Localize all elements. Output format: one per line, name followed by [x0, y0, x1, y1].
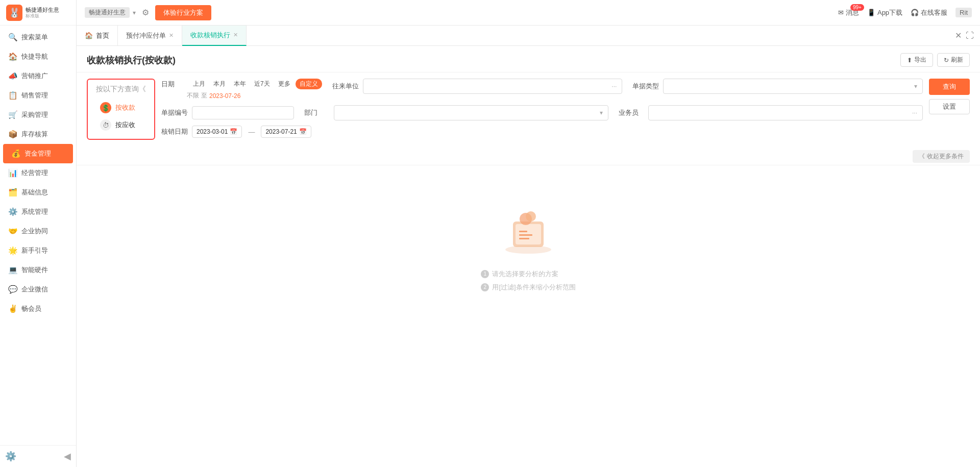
message-btn[interactable]: ✉ 消息 99+ — [838, 8, 859, 17]
settings-icon[interactable]: ⚙️ — [5, 451, 16, 462]
sidebar-item-hardware[interactable]: 💻智能硬件 — [0, 260, 76, 280]
filter-panel: 按以下方查询 《 💲 按收款 ⏱ 按应收 — [77, 72, 980, 146]
date-dash: — — [246, 128, 257, 136]
date-filter-row: 日期 上月 本月 本年 近7天 更多 自定义 — [161, 79, 322, 89]
setting-btn[interactable]: 设置 — [929, 99, 970, 114]
logo-text: 畅捷通好生意 标准版 — [26, 6, 59, 19]
page-container: 收款核销执行(按收款) ⬆ 导出 ↻ 刷新 按以下方 — [77, 46, 980, 467]
vip-icon: ✌️ — [8, 304, 17, 313]
brand-label: 畅捷通好生意 — [85, 7, 130, 18]
marketing-icon: 📣 — [8, 71, 17, 81]
sidebar-item-purchase[interactable]: 🛒采购管理 — [0, 105, 76, 125]
doc-type-select[interactable]: ▾ — [663, 79, 923, 94]
refresh-btn[interactable]: ↻ 刷新 — [937, 53, 970, 67]
doc-type-row: 单据类型 ▾ — [632, 79, 923, 94]
calendar-end-icon: 📅 — [299, 128, 307, 135]
chevron-down-icon[interactable]: ▾ — [133, 9, 136, 16]
date-this-month[interactable]: 本月 — [210, 79, 229, 89]
app-download-btn[interactable]: 📱 App下载 — [867, 8, 902, 17]
close-tab-icon[interactable]: ✕ — [955, 31, 962, 40]
sidebar: 🐰 畅捷通好生意 标准版 🔍搜索菜单🏠快捷导航📣营销推广📋销售管理🛒采购管理📦库… — [0, 0, 77, 467]
hardware-icon: 💻 — [8, 265, 17, 275]
counterparty-ellipsis[interactable]: ··· — [611, 83, 617, 90]
date-custom[interactable]: 自定义 — [296, 79, 322, 89]
query-by-receivable[interactable]: ⏱ 按应收 — [96, 116, 146, 134]
headset-icon: 🎧 — [911, 9, 919, 16]
close-prepay-icon[interactable]: ✕ — [169, 32, 174, 39]
collapse-btn[interactable]: 《 收起更多条件 — [913, 150, 970, 163]
tab-bar: 🏠 首页 预付冲应付单 ✕ 收款核销执行 ✕ ✕ ⛶ — [77, 26, 980, 46]
tab-home[interactable]: 🏠 首页 — [77, 26, 118, 46]
sidebar-item-info[interactable]: 🗂️基础信息 — [0, 183, 76, 202]
empty-tips: 1 请先选择要分析的方案 2 用[过滤]条件来缩小分析范围 — [481, 267, 575, 294]
query-btn[interactable]: 查询 — [929, 79, 970, 95]
staff-row: 业务员 ··· — [619, 105, 923, 120]
sidebar-item-corp[interactable]: 🤝企业协同 — [0, 222, 76, 241]
tab-receipts[interactable]: 收款核销执行 ✕ — [182, 26, 247, 46]
date-more[interactable]: 更多 — [275, 79, 293, 89]
sidebar-item-finance[interactable]: 💰资金管理 — [3, 144, 73, 163]
date-7days[interactable]: 近7天 — [251, 79, 273, 89]
sidebar-item-quick[interactable]: 🏠快捷导航 — [0, 47, 76, 66]
sidebar-item-search[interactable]: 🔍搜索菜单 — [0, 28, 76, 47]
app-icon: 📱 — [867, 9, 875, 16]
empty-illustration — [498, 206, 559, 257]
sidebar-item-wechat[interactable]: 💬企业微信 — [0, 280, 76, 299]
counterparty-row: 往来单位 ··· — [332, 79, 623, 94]
date-last-month[interactable]: 上月 — [190, 79, 208, 89]
online-service-btn[interactable]: 🎧 在线客服 — [911, 8, 947, 17]
sidebar-item-inventory[interactable]: 📦库存核算 — [0, 125, 76, 144]
query-type-box: 按以下方查询 《 💲 按收款 ⏱ 按应收 — [87, 79, 155, 140]
dept-row: 部门 ▾ — [304, 105, 608, 120]
date-options: 上月 本月 本年 近7天 更多 自定义 — [190, 79, 322, 89]
receivable-icon: ⏱ — [100, 119, 111, 131]
sidebar-item-marketing[interactable]: 📣营销推广 — [0, 66, 76, 86]
doc-no-row: 单据编号 — [161, 106, 294, 119]
sidebar-item-system[interactable]: ⚙️系统管理 — [0, 202, 76, 222]
refresh-icon: ↻ — [944, 57, 949, 64]
purchase-icon: 🛒 — [8, 110, 17, 119]
export-btn[interactable]: ⬆ 导出 — [900, 53, 933, 67]
dept-chevron-icon: ▾ — [600, 109, 603, 116]
svg-point-4 — [526, 211, 536, 222]
sidebar-item-manage[interactable]: 📊经营管理 — [0, 163, 76, 183]
sidebar-item-vip[interactable]: ✌️畅会员 — [0, 299, 76, 318]
staff-select[interactable]: ··· — [648, 105, 923, 120]
search-icon: 🔍 — [8, 33, 17, 42]
page-title: 收款核销执行(按收款) — [87, 54, 176, 66]
query-by-receipt[interactable]: 💲 按收款 — [96, 99, 146, 116]
sidebar-item-guide[interactable]: 🌟新手引导 — [0, 241, 76, 260]
topbar-left: 畅捷通好生意 ▾ ⚙ 体验行业方案 — [85, 5, 211, 20]
nuclear-start-date[interactable]: 2023-03-01 📅 — [192, 126, 242, 138]
staff-ellipsis[interactable]: ··· — [912, 109, 917, 116]
home-icon: 🏠 — [85, 32, 93, 39]
collapse-sidebar-icon[interactable]: ◀ — [64, 451, 71, 462]
logo-icon: 🐰 — [6, 5, 22, 21]
page-header: 收款核销执行(按收款) ⬆ 导出 ↻ 刷新 — [77, 46, 980, 72]
query-type-title: 按以下方查询 《 — [96, 85, 146, 94]
tab-prepay[interactable]: 预付冲应付单 ✕ — [118, 26, 182, 46]
tip-item-1: 1 请先选择要分析的方案 — [481, 267, 575, 281]
gear-icon[interactable]: ⚙ — [142, 8, 149, 17]
doc-no-input[interactable] — [192, 106, 294, 119]
dept-select[interactable]: ▾ — [334, 105, 608, 120]
industry-btn[interactable]: 体验行业方案 — [155, 5, 211, 20]
tab-actions: ✕ ⛶ — [949, 31, 980, 40]
sidebar-item-sales[interactable]: 📋销售管理 — [0, 86, 76, 105]
maximize-tab-icon[interactable]: ⛶ — [966, 31, 974, 40]
close-receipts-icon[interactable]: ✕ — [233, 32, 238, 38]
date-this-year[interactable]: 本年 — [231, 79, 249, 89]
sidebar-nav: 🔍搜索菜单🏠快捷导航📣营销推广📋销售管理🛒采购管理📦库存核算💰资金管理📊经营管理… — [0, 26, 76, 445]
quick-icon: 🏠 — [8, 52, 17, 61]
export-icon: ⬆ — [907, 57, 912, 64]
user-badge[interactable]: Rit — [955, 8, 972, 17]
sales-icon: 📋 — [8, 91, 17, 100]
main-area: 畅捷通好生意 ▾ ⚙ 体验行业方案 ✉ 消息 99+ 📱 App下载 🎧 在线客… — [77, 0, 980, 467]
collapse-query-icon[interactable]: 《 — [139, 85, 146, 94]
sidebar-footer: ⚙️ ◀ — [0, 445, 76, 467]
counterparty-select[interactable]: ··· — [363, 79, 623, 94]
collapse-icon: 《 — [919, 152, 925, 161]
topbar-right: ✉ 消息 99+ 📱 App下载 🎧 在线客服 Rit — [838, 8, 972, 17]
wechat-icon: 💬 — [8, 285, 17, 294]
nuclear-end-date[interactable]: 2023-07-21 📅 — [261, 126, 311, 138]
